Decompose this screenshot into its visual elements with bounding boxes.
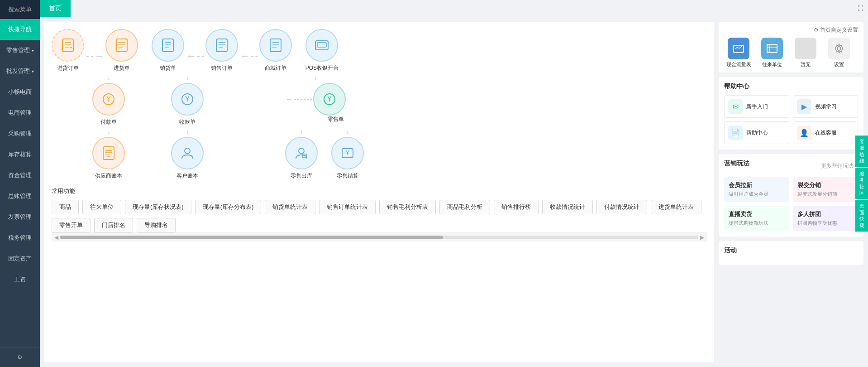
node-mall-order[interactable] (259, 29, 292, 62)
chevron-down-icon: ▾ (32, 69, 34, 74)
btn-sales-rank[interactable]: 销售排行榜 (494, 200, 539, 214)
help-center-section: 帮助中心 ✉ 新手入门 ▶ 视频学习 📄 帮助中心 👤 (719, 77, 863, 150)
col-retail-bill: ↓ ← - - - - - - ¥ 零售单 (285, 74, 346, 123)
node-sales-bill[interactable] (152, 29, 184, 62)
sidebar-item-ecommerce-small[interactable]: 小畅电商 (0, 82, 40, 102)
qa-partners[interactable]: 往来单位 (758, 38, 787, 68)
svg-rect-29 (103, 147, 114, 159)
btn-payment-stat[interactable]: 付款情况统计 (596, 200, 647, 214)
col-retail-outbound: ↓ 零售出库 (285, 128, 318, 180)
svg-rect-8 (162, 39, 173, 52)
help-beginner[interactable]: ✉ 新手入门 (724, 95, 789, 118)
btn-goods[interactable]: 商品 (52, 200, 79, 214)
workflow-col-pos: POS收银开台 (305, 29, 339, 72)
qa-cashflow[interactable]: 现金流量表 (724, 38, 753, 68)
horizontal-scrollbar[interactable]: ◀ ▶ (52, 232, 707, 241)
arrow-connector-3: ← - - (238, 50, 259, 62)
sidebar-item-invoice[interactable]: 发票管理 (0, 207, 40, 227)
node-retail-outbound[interactable] (285, 137, 318, 169)
btn-sales-order-stat[interactable]: 销售订单统计表 (319, 200, 376, 214)
qa-settings[interactable]: 设置 (825, 38, 854, 68)
float-desktop-shortcut[interactable]: 桌面快捷 (855, 200, 868, 232)
marketing-title: 营销玩法 (724, 159, 749, 168)
btn-goods-profit[interactable]: 商品毛利分析 (439, 200, 490, 214)
svg-line-41 (739, 46, 742, 48)
sidebar-search[interactable]: 搜索菜单 (0, 0, 40, 19)
arrow-connector-2: ← - - (184, 50, 205, 62)
sidebar-item-payroll[interactable]: 工资 (0, 269, 40, 290)
node-retail-bill[interactable]: ¥ (313, 83, 346, 116)
btn-stock-dist[interactable]: 现存量(库存分布表) (195, 200, 262, 214)
node-retail-settlement[interactable]: ¥ (331, 137, 364, 169)
node-sales-order[interactable] (205, 29, 238, 62)
service-icon: 👤 (797, 126, 811, 140)
workflow-diagram: 进货订单 - - → 进货单 (52, 29, 707, 180)
expand-icon[interactable]: ⛶ (853, 5, 868, 12)
btn-store-rank[interactable]: 门店排名 (94, 218, 133, 232)
svg-point-45 (837, 47, 841, 50)
tab-home[interactable]: 首页 (40, 0, 71, 17)
quick-functions-title: 常用功能 (52, 187, 707, 195)
homepage-setting-link[interactable]: ⚙ 首页自定义设置 (724, 26, 858, 34)
svg-rect-21 (317, 43, 326, 47)
svg-text:¥: ¥ (327, 95, 332, 103)
btn-partners[interactable]: 往来单位 (82, 200, 121, 214)
btn-stock-status[interactable]: 现存量(库存状况表) (125, 200, 191, 214)
activity-title: 活动 (724, 246, 858, 255)
sidebar-item-quick-nav[interactable]: 快捷导航 (0, 19, 40, 40)
sidebar-item-finance[interactable]: 资金管理 (0, 165, 40, 186)
scroll-left-icon[interactable]: ◀ (54, 234, 58, 241)
svg-text:¥: ¥ (345, 149, 349, 156)
marketing-fission[interactable]: 裂变分销 裂变式发展分销商 (793, 177, 858, 202)
node-customer-account[interactable] (171, 137, 204, 169)
partners-icon (761, 38, 783, 59)
marketing-group[interactable]: 多人拼团 拼团购物享受优惠 (793, 206, 858, 231)
sidebar-item-wholesale[interactable]: 批发管理 ▾ (0, 61, 40, 82)
right-panel: ⚙ 首页自定义设置 现金流量表 往来单位 (719, 22, 863, 362)
btn-sales-profit[interactable]: 销售毛利分析表 (379, 200, 436, 214)
quick-functions-section: 常用功能 商品 往来单位 现存量(库存状况表) 现存量(库存分布表) 销货单统计… (52, 187, 707, 232)
svg-rect-38 (734, 45, 744, 53)
help-video[interactable]: ▶ 视频学习 (793, 95, 858, 118)
more-marketing-link[interactable]: 更多营销玩法 > (821, 162, 858, 170)
marketing-grid: 会员拉新 吸引用户成为会员 裂变分销 裂变式发展分销商 直播卖货 场景式购物新玩… (724, 177, 858, 231)
help-grid: ✉ 新手入门 ▶ 视频学习 📄 帮助中心 👤 在线客服 (724, 95, 858, 144)
help-service[interactable]: 👤 在线客服 (793, 121, 858, 144)
quick-access-section: ⚙ 首页自定义设置 现金流量表 往来单位 (719, 22, 863, 72)
marketing-live[interactable]: 直播卖货 场景式购物新玩法 (724, 206, 789, 231)
sidebar-item-retail[interactable]: 零售管理 ▾ (0, 40, 40, 61)
node-receipt[interactable]: ¥ (171, 83, 204, 116)
node-pos[interactable] (305, 29, 338, 62)
float-buttons: 客服热线 服务社区 桌面快捷 (855, 135, 868, 232)
content-area: 进货订单 - - → 进货单 (40, 17, 868, 367)
float-service-hotline[interactable]: 客服热线 (855, 135, 868, 167)
beginner-icon: ✉ (728, 99, 743, 114)
sidebar-item-fixed-assets[interactable]: 固定资产 (0, 248, 40, 269)
scroll-right-icon[interactable]: ▶ (700, 234, 704, 241)
sidebar-item-tax[interactable]: 税务管理 (0, 227, 40, 248)
col-customer: ↓ 客户账本 (171, 128, 204, 180)
btn-guide-rank[interactable]: 导购排名 (137, 218, 176, 232)
sidebar-item-purchase[interactable]: 采购管理 (0, 123, 40, 144)
sidebar-item-inventory[interactable]: 库存核算 (0, 144, 40, 165)
settings-gear-icon[interactable]: ⚙ (0, 348, 40, 367)
marketing-member[interactable]: 会员拉新 吸引用户成为会员 (724, 177, 789, 202)
node-purchase-order[interactable] (52, 29, 84, 62)
btn-receipt-stat[interactable]: 收款情况统计 (542, 200, 593, 214)
node-purchase-bill[interactable] (105, 29, 138, 62)
sidebar-item-ecommerce-mgmt[interactable]: 电商管理 (0, 102, 40, 123)
col-supplier: ↓ 供应商账本 (92, 128, 125, 180)
tab-bar: 首页 ⛶ (40, 0, 868, 17)
qa-empty: 暂无 (791, 38, 820, 68)
sidebar-item-ledger[interactable]: 总账管理 (0, 186, 40, 207)
btn-purchase-stat[interactable]: 进货单统计表 (651, 200, 701, 214)
workflow-col-sales-bill: 销货单 (152, 29, 184, 72)
help-docs[interactable]: 📄 帮助中心 (724, 121, 789, 144)
btn-sales-stat[interactable]: 销货单统计表 (265, 200, 315, 214)
svg-line-39 (735, 47, 737, 49)
btn-retail-order[interactable]: 零售开单 (52, 218, 91, 232)
node-supplier-account[interactable] (92, 137, 125, 169)
docs-icon: 📄 (728, 126, 743, 140)
node-payment[interactable]: ¥ (92, 83, 125, 116)
float-service-community[interactable]: 服务社区 (855, 168, 868, 199)
